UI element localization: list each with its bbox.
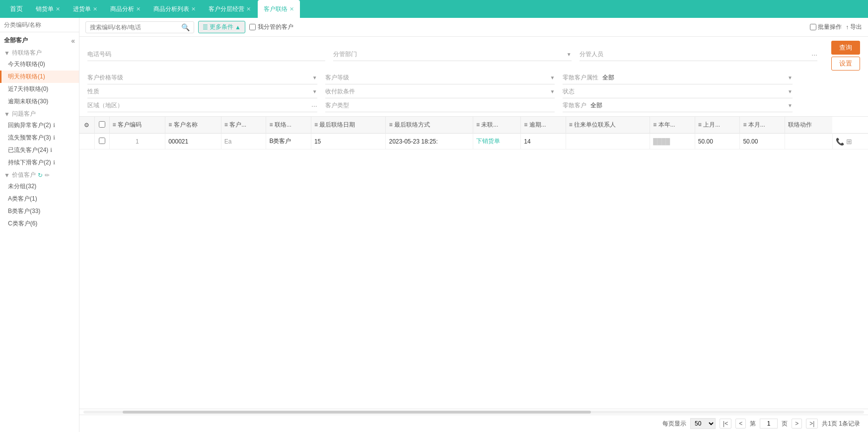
- table-row: 1 000021 Ea B类客户 15 2023-05-23 18:25: 下销…: [79, 134, 868, 149]
- filter-phone-label: 电话号码: [87, 50, 111, 59]
- query-btn[interactable]: 查询: [831, 41, 860, 55]
- nature-dropdown-icon[interactable]: ▼: [312, 89, 317, 94]
- info-icon-churn: ℹ: [53, 135, 55, 141]
- value-customers-edit-icon[interactable]: ✏: [45, 172, 50, 179]
- filter-retail-customer-label: 零散客户: [563, 101, 586, 110]
- sidebar-group-problem-customers: ▼ 问题客户: [0, 108, 79, 119]
- filter-nature-label: 性质: [87, 87, 99, 96]
- sidebar-item-today-contact[interactable]: 今天待联络(0): [0, 58, 79, 71]
- nav-sales-order[interactable]: 销货单 ✕: [30, 0, 66, 18]
- my-customers-checkbox-label[interactable]: 我分管的客户: [249, 23, 293, 31]
- retail-attr-dropdown-icon[interactable]: ▼: [788, 75, 793, 80]
- action-phone-icon[interactable]: 📞: [836, 138, 844, 145]
- value-customers-refresh-icon[interactable]: ↻: [38, 172, 43, 179]
- first-page-btn[interactable]: |<: [720, 419, 731, 429]
- filter-retail-customer-value[interactable]: 全部: [590, 101, 788, 110]
- sidebar-collapse-btn[interactable]: «: [71, 37, 75, 45]
- filter-retail-attr-value[interactable]: 全部: [602, 73, 788, 82]
- sidebar-item-churn-warning[interactable]: 流失预警客户(3) ℹ: [0, 132, 79, 144]
- select-all-checkbox[interactable]: [99, 121, 105, 128]
- th-check[interactable]: [94, 117, 109, 134]
- adv-filter-row-3: 性质 ▼ 收付款条件 ▼ 状态 ▼: [87, 87, 860, 98]
- sidebar-item-overdue-contact[interactable]: 逾期未联络(30): [0, 95, 79, 108]
- filter-nature: 性质 ▼: [87, 87, 317, 98]
- th-gear[interactable]: ⚙: [79, 117, 94, 134]
- sidebar-item-class-c[interactable]: C类客户(6): [0, 217, 79, 230]
- th-last-contact-date: ≡ 最后联络日期: [311, 117, 386, 134]
- nav-product-analysis[interactable]: 商品分析 ✕: [104, 0, 146, 18]
- my-customers-checkbox[interactable]: [249, 24, 256, 30]
- adv-filter-row-2: 客户价格等级 ▼ 客户等级 ▼ 零散客户属性 全部 ▼: [87, 73, 860, 84]
- table-header-row: ⚙ ≡ 客户编码 ≡ 客户名称 ≡ 客户... ≡ 联络... ≡ 最后联络日期…: [79, 117, 868, 134]
- nav-close-product-analysis[interactable]: ✕: [136, 6, 141, 12]
- status-dropdown-icon[interactable]: ▼: [788, 89, 793, 94]
- dept-dropdown-icon[interactable]: ▼: [567, 52, 572, 57]
- scrollbar-track[interactable]: [83, 411, 864, 414]
- advanced-filter-panel: 电话号码 分管部门 ▼ 分管人员 ··· 查询 设置: [79, 37, 868, 117]
- td-last-contact-date: 2023-05-23 18:25:: [386, 134, 473, 149]
- filter-manager: 分管人员 ···: [579, 50, 817, 61]
- filter-search-icon[interactable]: 🔍: [181, 23, 190, 31]
- row-checkbox[interactable]: [99, 138, 105, 144]
- footer: 每页显示 50 100 200 |< < 第 页 > >| 共1页 1条记录: [79, 415, 868, 432]
- th-type: ≡ 客户...: [221, 117, 266, 134]
- payment-terms-dropdown-icon[interactable]: ▼: [550, 89, 555, 94]
- last-page-btn[interactable]: >|: [806, 419, 818, 429]
- sidebar-item-repurchase-abnormal[interactable]: 回购异常客户(2) ℹ: [0, 119, 79, 132]
- adv-filter-row-4: 区域（地区） ··· 客户类型 零散客户 全部 ▼: [87, 101, 860, 112]
- horizontal-scrollbar[interactable]: [79, 409, 868, 415]
- sidebar-item-class-a[interactable]: A类客户(1): [0, 193, 79, 205]
- settings-btn[interactable]: 设置: [831, 57, 860, 71]
- nav-close-customer-layering[interactable]: ✕: [246, 6, 251, 12]
- per-page-select[interactable]: 50 100 200: [690, 418, 716, 429]
- sidebar-item-ungrouped[interactable]: 未分组(32): [0, 180, 79, 193]
- filter-search-input[interactable]: [90, 24, 179, 31]
- td-contact-person: ████: [650, 134, 695, 149]
- export-btn[interactable]: ↑ 导出: [846, 23, 862, 31]
- action-grid-icon[interactable]: ⊞: [846, 138, 852, 145]
- sidebar-item-7day-contact[interactable]: 近7天待联络(0): [0, 83, 79, 95]
- sidebar-item-tomorrow-contact[interactable]: 明天待联络(1): [0, 71, 79, 83]
- nav-close-purchase-order[interactable]: ✕: [93, 6, 97, 12]
- sidebar-item-churned[interactable]: 已流失客户(24) ℹ: [0, 144, 79, 156]
- batch-op-checkbox[interactable]: [810, 24, 816, 30]
- th-contact-count: ≡ 联络...: [266, 117, 311, 134]
- price-level-dropdown-icon[interactable]: ▼: [312, 75, 317, 80]
- filter-retail-customer: 零散客户 全部 ▼: [563, 101, 793, 112]
- last-contact-method-link[interactable]: 下销货单: [476, 138, 500, 144]
- td-overdue: [566, 134, 650, 149]
- nav-customer-contact[interactable]: 客户联络 ✕: [258, 0, 300, 18]
- filter-dept-label: 分管部门: [333, 50, 357, 59]
- nav-close-customer-contact[interactable]: ✕: [289, 6, 294, 12]
- td-code: 000021: [165, 134, 221, 149]
- nav-close-product-analysis-list[interactable]: ✕: [191, 6, 196, 12]
- scrollbar-thumb[interactable]: [123, 411, 591, 414]
- more-conditions-btn[interactable]: ☰ 更多条件 ▲: [198, 21, 245, 33]
- sidebar-item-class-b[interactable]: B类客户(33): [0, 205, 79, 217]
- nav-purchase-order[interactable]: 进货单 ✕: [67, 0, 103, 18]
- filter-search-box: 🔍: [85, 21, 194, 33]
- td-this-month: [785, 134, 832, 149]
- th-code: ≡ 客户编码: [109, 117, 165, 134]
- th-this-year: ≡ 本年...: [650, 117, 695, 134]
- next-page-btn[interactable]: >: [792, 419, 802, 429]
- th-name: ≡ 客户名称: [165, 117, 221, 134]
- prev-page-btn[interactable]: <: [735, 419, 746, 429]
- page-input[interactable]: [760, 419, 778, 429]
- nav-customer-layering[interactable]: 客户分层经营 ✕: [203, 0, 257, 18]
- sidebar-item-continuous-decline[interactable]: 持续下滑客户(2) ℹ: [0, 156, 79, 169]
- region-dots-icon[interactable]: ···: [311, 102, 317, 110]
- retail-customer-dropdown-icon[interactable]: ▼: [788, 103, 793, 108]
- info-icon-churned: ℹ: [50, 147, 52, 153]
- filter-manager-label: 分管人员: [579, 50, 603, 59]
- batch-op-btn[interactable]: 批量操作: [810, 23, 842, 31]
- sidebar-search-input[interactable]: [4, 21, 78, 28]
- td-name: Ea: [221, 134, 266, 149]
- nav-home[interactable]: 首页: [4, 0, 29, 18]
- filter-payment-terms-label: 收付款条件: [325, 87, 355, 96]
- nav-close-sales-order[interactable]: ✕: [56, 6, 60, 12]
- nav-product-analysis-list[interactable]: 商品分析列表 ✕: [147, 0, 202, 18]
- manager-dots-icon[interactable]: ···: [811, 51, 817, 59]
- customer-level-dropdown-icon[interactable]: ▼: [550, 75, 555, 80]
- filter-payment-terms: 收付款条件 ▼: [325, 87, 555, 98]
